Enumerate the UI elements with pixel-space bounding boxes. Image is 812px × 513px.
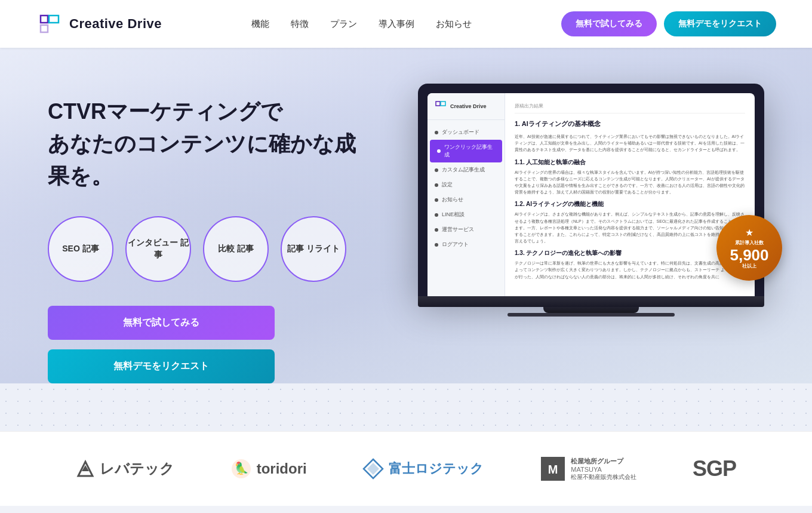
fujilogi-icon [362, 458, 384, 480]
dots-background [0, 383, 812, 431]
screen-h2-3: 1.3. テクノロジーの進化と執筆への影響 [515, 249, 745, 257]
screen-logo: Creative Drive [427, 100, 505, 120]
laptop-mockup: Creative Drive ダッシュボード ワンクリック記事生成 カスタム記事… [418, 84, 764, 317]
badge-number: 5,900 [730, 247, 768, 263]
feature-compare[interactable]: 比較 記事 [203, 216, 269, 282]
badge-bottom-text: 社以上 [742, 263, 756, 269]
screen-p3: AIライティングは、さまざな複雑な機能があります。例えば、シンプルなテキスト生成… [515, 211, 745, 244]
feature-circles: SEO 記事 インタビュー 記事 比較 記事 記事 リライト [48, 216, 358, 282]
logo-matsuya: M 松屋地所グループ MATSUYA 松屋不動産販売株式会社 [540, 456, 636, 482]
main-nav: 機能 特徴 プラン 導入事例 お知らせ [251, 19, 472, 30]
sidebar-service[interactable]: 運営サービス [427, 222, 505, 237]
header-buttons: 無料で試してみる 無料デモをリクエスト [561, 11, 776, 36]
screen-p2: AIライティングの世界の場合は、様々な執筆スタイルを含んでいます。AIが持つ深い… [515, 169, 745, 196]
sidebar-news[interactable]: お知らせ [427, 192, 505, 207]
svg-text:🦜: 🦜 [233, 461, 248, 475]
fujilogi-name: 富士ロジテック [389, 460, 484, 478]
laptop-base [418, 296, 764, 307]
header-demo-button[interactable]: 無料デモをリクエスト [664, 11, 776, 36]
svg-marker-4 [436, 102, 440, 106]
logo-sgp: SGP [693, 456, 736, 481]
screen-logo-text: Creative Drive [450, 103, 487, 109]
badge-wrapper: ★ 累計導入社数 5,900 社以上 [716, 215, 782, 281]
hero-left: CTVRマーケティングで あなたのコンテンツに確かな成果を。 SEO 記事 イン… [48, 84, 358, 383]
levtech-icon [76, 459, 95, 478]
header: Creative Drive 機能 特徴 プラン 導入事例 お知らせ 無料で試し… [0, 0, 812, 48]
hero-trial-button[interactable]: 無料で試してみる [48, 306, 275, 340]
feature-interview[interactable]: インタビュー 記事 [125, 216, 191, 282]
toridori-icon: 🦜 [230, 458, 252, 480]
nav-plans[interactable]: プラン [330, 19, 357, 30]
logo-icon [36, 11, 62, 37]
levtech-name: レバテック [100, 459, 174, 478]
svg-text:M: M [548, 463, 558, 476]
hero-section: CTVRマーケティングで あなたのコンテンツに確かな成果を。 SEO 記事 イン… [0, 48, 812, 383]
screen-h2-1: 1.1. 人工知能と執筆の融合 [515, 158, 745, 167]
svg-rect-0 [36, 11, 62, 37]
sidebar-line[interactable]: LINE相談 [427, 207, 505, 222]
feature-seo[interactable]: SEO 記事 [48, 216, 113, 282]
svg-marker-10 [367, 463, 379, 475]
screen-p4: テクノロジーは常に革新を遂げ、執筆の世界にも大きな影響を与えています。特に何処目… [515, 260, 745, 280]
screen-sidebar: Creative Drive ダッシュボード ワンクリック記事生成 カスタム記事… [427, 93, 505, 296]
hero-demo-button[interactable]: 無料デモをリクエスト [48, 349, 275, 383]
badge-star-icon: ★ [745, 227, 753, 238]
hero-cta: 無料で試してみる 無料デモをリクエスト [48, 306, 358, 383]
nav-news[interactable]: お知らせ [436, 19, 472, 30]
logo-toridori: 🦜 toridori [230, 458, 307, 480]
nav-features[interactable]: 機能 [251, 19, 269, 30]
feature-rewrite[interactable]: 記事 リライト [281, 216, 346, 282]
logo-levtech: レバテック [76, 459, 174, 478]
company-count-badge: ★ 累計導入社数 5,900 社以上 [716, 215, 782, 281]
logo-area[interactable]: Creative Drive [36, 11, 162, 37]
screen-h1: 1. AIライティングの基本概念 [515, 119, 745, 128]
matsuya-text: 松屋地所グループ MATSUYA 松屋不動産販売株式会社 [571, 457, 636, 481]
nav-cases[interactable]: 導入事例 [379, 19, 414, 30]
badge-top-text: 累計導入社数 [735, 239, 764, 246]
laptop-foot [508, 313, 675, 317]
sidebar-settings[interactable]: 設定 [427, 177, 505, 192]
hero-right: Creative Drive ダッシュボード ワンクリック記事生成 カスタム記事… [418, 84, 764, 317]
sgp-name: SGP [693, 456, 736, 481]
screen-h2-2: 1.2. AIライティングの機能と機能 [515, 200, 745, 208]
svg-marker-5 [441, 102, 445, 106]
matsuya-icon: M [540, 456, 566, 482]
header-trial-button[interactable]: 無料で試してみる [561, 11, 657, 36]
toridori-name: toridori [257, 460, 307, 477]
screen-section-label: 原稿出力結果 [515, 103, 745, 113]
nav-benefits[interactable]: 特徴 [291, 19, 309, 30]
sidebar-one-click[interactable]: ワンクリック記事生成 [430, 140, 502, 162]
screen-p1: 近年、AI技術が急速に発展するにつれて、ライティング業界においてもその影響は無視… [515, 133, 745, 153]
sidebar-custom[interactable]: カスタム記事生成 [427, 162, 505, 177]
laptop-stand [543, 307, 639, 313]
sidebar-dashboard[interactable]: ダッシュボード [427, 125, 505, 140]
hero-title: CTVRマーケティングで あなたのコンテンツに確かな成果を。 [48, 96, 358, 192]
logos-section: レバテック 🦜 toridori 富士ロジテック M 松屋地所グループ MATS… [0, 431, 812, 506]
logo-fujilogi: 富士ロジテック [362, 458, 484, 480]
laptop: Creative Drive ダッシュボード ワンクリック記事生成 カスタム記事… [418, 84, 764, 296]
logo-text: Creative Drive [69, 16, 162, 32]
laptop-screen: Creative Drive ダッシュボード ワンクリック記事生成 カスタム記事… [427, 93, 755, 296]
sidebar-logout[interactable]: ログアウト [427, 237, 505, 252]
